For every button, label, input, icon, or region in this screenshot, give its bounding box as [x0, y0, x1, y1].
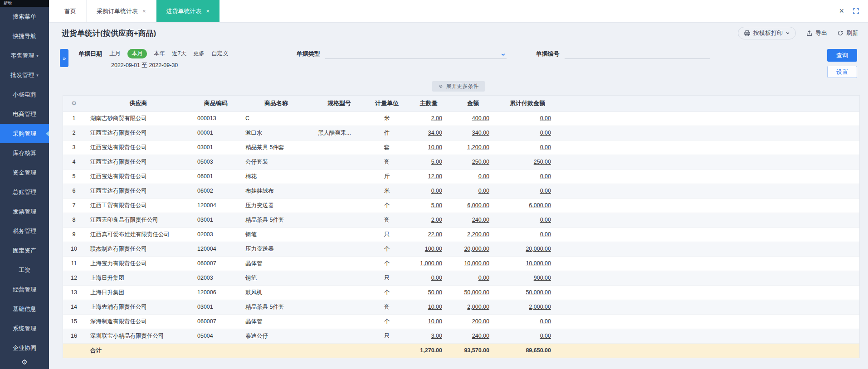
- amount-link[interactable]: 250.00: [534, 159, 551, 165]
- settings-button[interactable]: 设置: [827, 66, 857, 78]
- amount-link[interactable]: 2.00: [431, 115, 442, 121]
- sidebar-item[interactable]: 快捷导航: [0, 26, 49, 46]
- table-row[interactable]: 10联杰制造有限责任公司120004压力变送器个100.0020,000.002…: [63, 242, 859, 256]
- table-row[interactable]: 7江西工贸有限责任公司120004压力变送器个5.006,000.006,000…: [63, 198, 859, 213]
- sidebar-item[interactable]: 批发管理▾: [0, 65, 49, 85]
- sidebar-item[interactable]: 经营管理: [0, 280, 49, 299]
- amount-link[interactable]: 34.00: [428, 130, 442, 136]
- close-all-tabs-icon[interactable]: ×: [839, 6, 844, 16]
- amount-link[interactable]: 100.00: [425, 246, 442, 252]
- amount-link[interactable]: 5.00: [431, 202, 442, 209]
- tab[interactable]: 采购订单统计表×: [87, 0, 156, 22]
- date-option[interactable]: 本月: [127, 49, 147, 58]
- amount-link[interactable]: 0.00: [431, 275, 442, 281]
- fullscreen-icon[interactable]: [853, 8, 859, 14]
- doc-type-select[interactable]: [325, 50, 507, 59]
- amount-link[interactable]: 3.00: [431, 333, 442, 339]
- amount-link[interactable]: 0.00: [540, 217, 551, 223]
- amount-link[interactable]: 20,000.00: [526, 246, 551, 252]
- amount-link[interactable]: 22.00: [428, 231, 442, 238]
- amount-link[interactable]: 0.00: [540, 144, 551, 151]
- amount-link[interactable]: 0.00: [431, 188, 442, 194]
- amount-link[interactable]: 2,000.00: [467, 304, 489, 310]
- amount-link[interactable]: 20,000.00: [464, 246, 489, 252]
- sidebar-item[interactable]: 基础信息: [0, 299, 49, 319]
- sidebar-item[interactable]: 零售管理▾: [0, 46, 49, 65]
- amount-link[interactable]: 400.00: [472, 115, 489, 121]
- amount-link[interactable]: 50.00: [428, 289, 442, 296]
- sidebar-item[interactable]: 税务管理: [0, 221, 49, 241]
- amount-link[interactable]: 0.00: [540, 173, 551, 180]
- amount-link[interactable]: 50,000.00: [464, 289, 489, 296]
- amount-link[interactable]: 0.00: [540, 188, 551, 194]
- sidebar-item[interactable]: 电商管理: [0, 104, 49, 124]
- sidebar-item[interactable]: 企业协同: [0, 338, 49, 355]
- sidebar-item[interactable]: 系统管理: [0, 319, 49, 338]
- amount-link[interactable]: 1,200.00: [467, 144, 489, 151]
- column-settings-gear-icon[interactable]: ⚙: [71, 100, 77, 107]
- table-row[interactable]: 2江西宝达有限责任公司00001漱口水黑人酷爽果...件34.00340.000…: [63, 126, 859, 140]
- tab-close-icon[interactable]: ×: [142, 8, 146, 14]
- amount-link[interactable]: 0.00: [540, 231, 551, 238]
- table-row[interactable]: 15深海制造有限责任公司060007晶体管个10.00200.000.00: [63, 314, 859, 329]
- column-header[interactable]: 计量单位: [366, 96, 408, 111]
- sidebar-item[interactable]: 采购管理: [0, 124, 49, 143]
- tab[interactable]: 首页: [54, 0, 87, 22]
- table-row[interactable]: 4江西宝达有限责任公司05003公仔套装套5.00250.00250.00: [63, 155, 859, 169]
- print-by-template-button[interactable]: 按模板打印: [738, 27, 796, 39]
- column-header[interactable]: 商品编码: [192, 96, 240, 111]
- amount-link[interactable]: 5.00: [431, 159, 442, 165]
- amount-link[interactable]: 900.00: [534, 275, 551, 281]
- table-row[interactable]: 1湖南吉砂商贸有限公司000013C米2.00400.000.00: [63, 111, 859, 126]
- amount-link[interactable]: 200.00: [472, 318, 489, 325]
- sidebar-item[interactable]: 库存核算: [0, 143, 49, 163]
- column-header[interactable]: 商品名称: [240, 96, 312, 111]
- amount-link[interactable]: 0.00: [478, 188, 489, 194]
- sidebar-item[interactable]: 发票管理: [0, 202, 49, 221]
- table-row[interactable]: 11上海宝力有限责任公司060007晶体管个1,000.0010,000.001…: [63, 256, 859, 271]
- sidebar-item[interactable]: 固定资产: [0, 241, 49, 260]
- amount-link[interactable]: 2,200.00: [467, 231, 489, 238]
- table-row[interactable]: 12上海日升集团02003钢笔只0.000.00900.00: [63, 271, 859, 285]
- table-row[interactable]: 5江西宝达有限责任公司06001棉花斤12.000.000.00: [63, 169, 859, 184]
- expand-more-conditions-button[interactable]: 展开更多条件: [432, 81, 485, 92]
- date-option[interactable]: 近7天: [172, 50, 186, 58]
- table-row[interactable]: 9江西真可爱布娃娃有限责任公司02003钢笔只22.002,200.000.00: [63, 227, 859, 242]
- amount-link[interactable]: 50,000.00: [526, 289, 551, 296]
- amount-link[interactable]: 2.00: [431, 217, 442, 223]
- amount-link[interactable]: 340.00: [472, 130, 489, 136]
- amount-link[interactable]: 10.00: [428, 144, 442, 151]
- amount-link[interactable]: 10.00: [428, 318, 442, 325]
- column-header[interactable]: 金额: [449, 96, 497, 111]
- table-row[interactable]: 16深圳联宝小精品有限责任公司05004泰迪公仔只3.00240.000.00: [63, 329, 859, 343]
- date-option[interactable]: 更多: [193, 50, 205, 58]
- amount-link[interactable]: 10,000.00: [526, 260, 551, 267]
- amount-link[interactable]: 0.00: [540, 115, 551, 121]
- date-option[interactable]: 自定义: [211, 50, 229, 58]
- amount-link[interactable]: 0.00: [540, 130, 551, 136]
- table-row[interactable]: 6江西宝达有限责任公司06002布娃娃绒布米0.000.000.00: [63, 184, 859, 198]
- sidebar-item[interactable]: 小畅电商: [0, 85, 49, 104]
- amount-link[interactable]: 0.00: [478, 275, 489, 281]
- tab[interactable]: 进货单统计表×: [156, 0, 220, 22]
- table-row[interactable]: 8江西无印良品有限责任公司03001精品茶具 5件套套2.00240.000.0…: [63, 213, 859, 227]
- amount-link[interactable]: 0.00: [540, 318, 551, 325]
- refresh-button[interactable]: 刷新: [837, 29, 858, 37]
- table-row[interactable]: 14上海先浦有限责任公司03001精品茶具 5件套套10.002,000.002…: [63, 300, 859, 314]
- sidebar-item[interactable]: 工资: [0, 260, 49, 280]
- sidebar-item[interactable]: 总账管理: [0, 182, 49, 202]
- amount-link[interactable]: 240.00: [472, 217, 489, 223]
- amount-link[interactable]: 6,000.00: [467, 202, 489, 209]
- date-option[interactable]: 上月: [109, 50, 121, 58]
- column-header[interactable]: 主数量: [408, 96, 449, 111]
- table-row[interactable]: 13上海日升集团120006鼓风机个50.0050,000.0050,000.0…: [63, 285, 859, 300]
- date-range-value[interactable]: 2022-09-01 至 2022-09-30: [111, 62, 228, 69]
- column-header[interactable]: 累计付款金额: [497, 96, 558, 111]
- settings-gear-icon[interactable]: ⚙: [21, 358, 27, 366]
- amount-link[interactable]: 1,000.00: [420, 260, 442, 267]
- amount-link[interactable]: 10,000.00: [464, 260, 489, 267]
- column-header[interactable]: 规格型号: [312, 96, 366, 111]
- doc-no-input[interactable]: [565, 50, 710, 59]
- sidebar-item[interactable]: 搜索菜单: [0, 7, 49, 26]
- column-header[interactable]: 供应商: [85, 96, 192, 111]
